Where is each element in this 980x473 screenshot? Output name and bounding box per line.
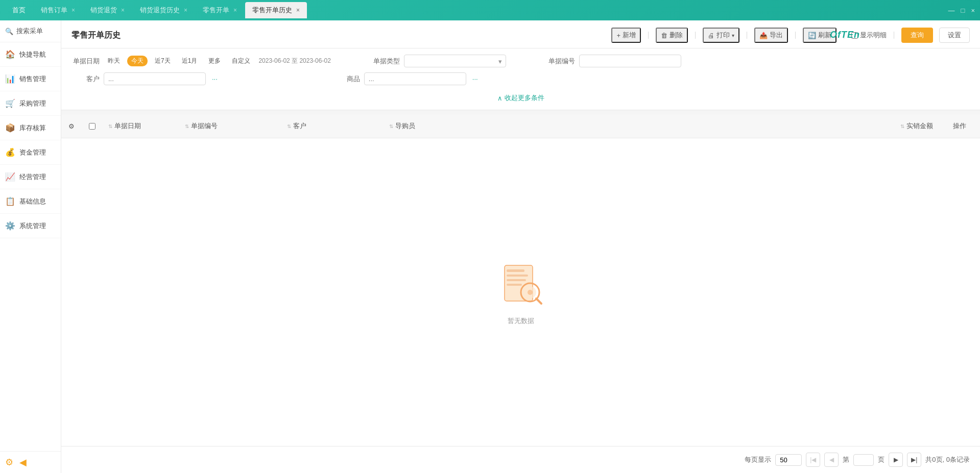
top-bar: 首页 销售订单 × 销货退货 × 销货退货历史 × 零售开单 × 零售开单历史 … <box>0 0 980 20</box>
print-arrow-icon: ▾ <box>732 33 734 38</box>
sidebar-item-finance-label: 资金管理 <box>19 148 46 157</box>
th-no: ⇅ 单据编号 <box>179 118 281 134</box>
show-detail-label: 显示明细 <box>860 31 887 40</box>
export-button[interactable]: 📤 导出 <box>754 28 788 43</box>
sidebar-item-quick-nav[interactable]: 🏠 快捷导航 <box>0 42 61 67</box>
prev-page-button[interactable]: ◀ <box>824 453 839 467</box>
sidebar-item-finance[interactable]: 💰 资金管理 <box>0 140 61 165</box>
doc-no-filter-group: 单据编号 <box>547 55 681 67</box>
tab-retail-open-label: 零售开单 <box>203 6 229 15</box>
search-icon: 🔍 <box>5 28 13 35</box>
tab-sales-order-close[interactable]: × <box>71 7 75 14</box>
print-button[interactable]: 🖨 打印 ▾ <box>703 28 739 43</box>
sidebar-item-operation-label: 经营管理 <box>19 172 46 182</box>
goods-select-icon[interactable]: ··· <box>470 73 480 85</box>
tab-retail-open-close[interactable]: × <box>233 7 237 14</box>
tab-sales-return-history-close[interactable]: × <box>184 7 187 14</box>
settings-bottom-icon[interactable]: ⚙ <box>5 457 13 468</box>
sort-customer-icon[interactable]: ⇅ <box>287 123 291 129</box>
sidebar-item-base-info[interactable]: 📋 基础信息 <box>0 189 61 214</box>
sort-no-icon[interactable]: ⇅ <box>185 123 189 129</box>
sidebar-search[interactable]: 🔍 搜索采单 <box>0 20 61 42</box>
th-settings[interactable]: ⚙ <box>61 118 82 134</box>
collapse-button[interactable]: ∧ 收起更多条件 <box>497 93 544 103</box>
next-page-button[interactable]: ▶ <box>889 453 903 467</box>
collapse-bar: ∧ 收起更多条件 <box>71 90 970 104</box>
date-btn-1month[interactable]: 近1月 <box>178 56 202 66</box>
doc-no-input[interactable] <box>579 55 681 67</box>
customer-select-icon[interactable]: ··· <box>210 73 220 85</box>
sort-guide-icon[interactable]: ⇅ <box>389 123 393 129</box>
svg-rect-1 <box>507 269 524 272</box>
query-button[interactable]: 查询 <box>901 28 933 43</box>
add-button[interactable]: + 新增 <box>611 28 641 43</box>
sort-date-icon[interactable]: ⇅ <box>108 123 112 129</box>
inventory-icon: 📦 <box>5 123 15 133</box>
th-no-label: 单据编号 <box>191 121 218 131</box>
sidebar-item-sales-mgmt[interactable]: 📊 销售管理 <box>0 67 61 91</box>
date-btn-custom[interactable]: 自定义 <box>228 56 254 66</box>
pagination: 每页显示 10 20 50 100 |◀ ◀ 第 1 页 ▶ ▶| 共0页, 0… <box>61 446 980 473</box>
export-label: 导出 <box>770 31 783 40</box>
sidebar-search-label: 搜索采单 <box>16 27 43 36</box>
page-size-select[interactable]: 10 20 50 100 <box>775 454 802 466</box>
sidebar-item-purchase-mgmt-label: 采购管理 <box>19 99 46 108</box>
sidebar-item-purchase-mgmt[interactable]: 🛒 采购管理 <box>0 91 61 116</box>
tab-home[interactable]: 首页 <box>5 2 33 18</box>
tab-sales-return-history[interactable]: 销货退货历史 × <box>133 2 195 18</box>
tab-retail-open[interactable]: 零售开单 × <box>196 2 244 18</box>
sidebar-item-base-info-label: 基础信息 <box>19 197 46 206</box>
sidebar-bottom: ⚙ ◀ <box>0 451 61 473</box>
page-size-wrapper: 10 20 50 100 <box>775 454 802 466</box>
window-close[interactable]: × <box>971 7 975 14</box>
th-flex <box>444 118 878 134</box>
purchase-mgmt-icon: 🛒 <box>5 98 15 108</box>
select-all-checkbox[interactable] <box>89 123 95 130</box>
header-actions: + 新增 🗑 删除 🖨 打印 ▾ 📤 导出 <box>611 28 970 43</box>
date-btn-yesterday[interactable]: 昨天 <box>104 56 124 66</box>
window-maximize[interactable]: □ <box>961 7 965 14</box>
first-page-button[interactable]: |◀ <box>806 453 820 467</box>
divider-6 <box>894 32 894 39</box>
page-number-input[interactable]: 1 <box>853 454 874 466</box>
customer-input[interactable] <box>104 72 206 85</box>
last-page-button[interactable]: ▶| <box>907 453 921 467</box>
filter-area: 单据日期 昨天 今天 近7天 近1月 更多 自定义 2023-06-02 至 2… <box>61 48 980 110</box>
sidebar-item-operation[interactable]: 📈 经营管理 <box>0 165 61 189</box>
settings-col-icon[interactable]: ⚙ <box>68 122 75 130</box>
settings-button[interactable]: 设置 <box>939 28 970 43</box>
th-customer: ⇅ 客户 <box>281 118 383 134</box>
tab-sales-return-close[interactable]: × <box>121 7 125 14</box>
sales-mgmt-icon: 📊 <box>5 74 15 84</box>
th-action-label: 操作 <box>953 121 966 131</box>
system-icon: ⚙️ <box>5 221 15 231</box>
delete-icon: 🗑 <box>661 32 667 39</box>
date-btn-7days[interactable]: 近7天 <box>151 56 175 66</box>
window-minimize[interactable]: — <box>948 7 955 14</box>
tab-sales-order[interactable]: 销售订单 × <box>34 2 82 18</box>
total-info: 共0页, 0条记录 <box>925 455 970 464</box>
collapse-sidebar-icon[interactable]: ◀ <box>19 457 27 468</box>
tab-retail-open-history-close[interactable]: × <box>296 7 300 14</box>
print-icon: 🖨 <box>708 32 714 39</box>
collapse-label: 收起更多条件 <box>505 93 544 103</box>
doc-type-select[interactable] <box>404 55 506 67</box>
date-btn-more[interactable]: 更多 <box>204 56 225 66</box>
svg-line-7 <box>536 298 541 304</box>
sidebar-item-inventory[interactable]: 📦 库存核算 <box>0 116 61 140</box>
th-date-label: 单据日期 <box>114 121 141 131</box>
tab-sales-return[interactable]: 销货退货 × <box>83 2 132 18</box>
th-amount: ⇅ 实销金额 <box>878 118 939 134</box>
brand-text: OfTEn <box>830 30 860 40</box>
date-btn-today[interactable]: 今天 <box>127 56 148 66</box>
sidebar-item-system[interactable]: ⚙️ 系统管理 <box>0 214 61 238</box>
delete-button[interactable]: 🗑 删除 <box>656 28 688 43</box>
tab-retail-open-history[interactable]: 零售开单历史 × <box>245 2 307 18</box>
th-check[interactable] <box>82 118 102 134</box>
goods-input[interactable] <box>364 72 466 85</box>
th-guide: ⇅ 导购员 <box>383 118 444 134</box>
customer-filter-group: 客户 ··· <box>71 72 220 85</box>
th-action: 操作 <box>939 118 980 134</box>
sidebar-item-inventory-label: 库存核算 <box>19 123 46 133</box>
sort-amount-icon[interactable]: ⇅ <box>900 123 904 129</box>
